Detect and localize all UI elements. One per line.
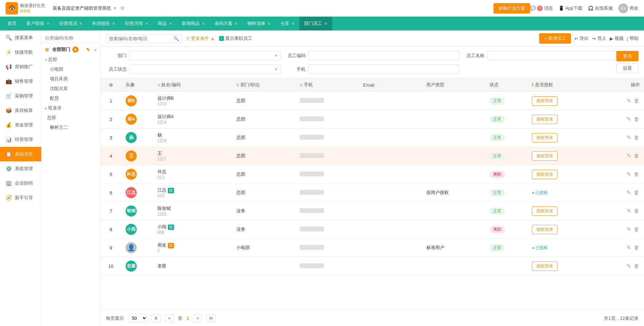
tab-profit[interactable]: 利润报告 ✕ [87, 17, 120, 30]
col-setting[interactable]: ⚙ [100, 78, 121, 92]
edit-btn[interactable]: ✎ [627, 171, 631, 177]
add-employee-button[interactable]: + 新增员工 [539, 33, 571, 44]
tab-process-close[interactable]: ✕ [145, 21, 148, 26]
tab-addgoods-close[interactable]: ✕ [202, 21, 205, 26]
sidebar-item-operation[interactable]: 📊 经营管理 [0, 132, 41, 147]
tree-collapse-icon[interactable]: « [94, 47, 97, 52]
sidebar-item-enterprise[interactable]: 🏢 企业协同 [0, 176, 41, 191]
tab-barcode-close[interactable]: ✕ [235, 21, 238, 26]
delete-btn[interactable]: 🗑 [634, 226, 639, 232]
next-page-btn[interactable]: > [193, 314, 202, 322]
tab-material[interactable]: 物料清单 ✕ [243, 17, 275, 30]
sidebar-item-finance[interactable]: 💰 资金管理 [0, 118, 41, 132]
sidebar-item-shortcut[interactable]: ⚡ 快捷导航 [0, 45, 41, 60]
tree-node-zongbu[interactable]: 总部 [42, 113, 100, 123]
col-name[interactable]: ⇅ 姓名/编码 [153, 78, 233, 92]
tab-home[interactable]: 首页 [3, 17, 21, 30]
tab-goods[interactable]: 商品 ✕ [153, 17, 177, 30]
system-dropdown-icon[interactable]: ▾ [114, 6, 116, 11]
trial-button[interactable]: 体验行业方案 [493, 3, 530, 14]
tree-child-peihuo[interactable]: 配货 [42, 94, 100, 103]
tab-warehouse-close[interactable]: ✕ [291, 21, 294, 26]
edit-btn[interactable]: ✎ [627, 153, 631, 159]
delete-btn[interactable]: 🗑 [634, 190, 639, 195]
auth-login-btn[interactable]: 授权登录 [532, 170, 557, 179]
status-select[interactable]: ▾ [129, 64, 281, 74]
sidebar-item-basic[interactable]: 📋 基础信息 [0, 147, 41, 161]
auth-login-btn[interactable]: 授权登录 [532, 115, 557, 124]
tab-economy-close[interactable]: ✕ [79, 21, 82, 26]
edit-btn[interactable]: ✎ [627, 134, 631, 141]
name-input[interactable] [487, 51, 638, 60]
tab-warehouse[interactable]: 仓库 ✕ [275, 17, 299, 30]
phone-input[interactable] [308, 64, 460, 74]
edit-btn[interactable]: ✎ [627, 245, 631, 251]
sidebar-item-sales[interactable]: 💼 销售管理 [0, 74, 41, 89]
sidebar-item-marketing[interactable]: 📢 营销推广 [0, 60, 41, 74]
query-button[interactable]: 查询 [616, 51, 638, 61]
first-page-btn[interactable]: K [152, 314, 161, 322]
delete-btn[interactable]: 🗑 [634, 98, 639, 104]
download-action[interactable]: 📱 App下载 [559, 5, 582, 11]
more-conditions-btn[interactable]: ▽ 更多条件 ▲ [186, 35, 215, 42]
tab-addgoods[interactable]: 新增商品 ✕ [177, 17, 210, 30]
tab-staff[interactable]: 部门员工 ✕ [299, 17, 332, 30]
show-resign-toggle[interactable]: ✓ 显示离职员工 [219, 35, 252, 42]
per-page-select[interactable]: 50 20 100 [128, 314, 147, 323]
col-phone[interactable]: ⇅ 手机 [296, 78, 359, 92]
delete-btn[interactable]: 🗑 [634, 245, 639, 250]
tree-child-buguwanger[interactable]: 槲树王二 [42, 123, 100, 132]
user-action[interactable]: Ea 用友 [618, 3, 638, 13]
tree-child-xiaodian[interactable]: 小电部 [42, 64, 100, 74]
prev-page-btn[interactable]: < [165, 314, 174, 322]
edit-btn[interactable]: ✎ [627, 116, 631, 122]
col-dept[interactable]: ⇅ 部门/职位 [232, 78, 296, 92]
dept-select[interactable]: ▾ [129, 51, 281, 60]
delete-btn[interactable]: 🗑 [634, 134, 639, 140]
search-input[interactable] [109, 36, 171, 41]
help-btn[interactable]: | 帮助 [627, 35, 638, 42]
tab-staff-close[interactable]: ✕ [324, 21, 327, 26]
tab-material-close[interactable]: ✕ [267, 21, 271, 26]
auth-info-icon[interactable]: ℹ [532, 82, 534, 87]
sidebar-item-guide[interactable]: 🧭 新手引导 [0, 191, 41, 205]
auth-login-btn[interactable]: 授权登录 [532, 262, 557, 271]
edit-btn[interactable]: ✎ [627, 98, 631, 104]
sidebar-item-system[interactable]: ⚙️ 系统管理 [0, 161, 41, 176]
edit-btn[interactable]: ✎ [627, 226, 631, 232]
sidebar-item-purchase[interactable]: 🛒 采购管理 [0, 89, 41, 103]
import-btn[interactable]: ↪ 导入 [592, 35, 606, 42]
auth-login-btn[interactable]: 授权登录 [532, 133, 557, 142]
export-btn[interactable]: ↩ 导出 [574, 35, 589, 42]
message-action[interactable]: 💬 5 消息 [530, 5, 553, 11]
service-action[interactable]: 🎧 在线客服 [588, 5, 613, 11]
edit-btn[interactable]: ✎ [627, 208, 631, 214]
delete-btn[interactable]: 🗑 [634, 263, 639, 269]
tree-edit-icon[interactable]: ✎ [86, 47, 90, 52]
auth-login-btn[interactable]: 授权登录 [532, 96, 557, 106]
delete-btn[interactable]: 🗑 [634, 153, 639, 159]
tree-node-shuanglongsi[interactable]: ▸ 双龙寺 [42, 103, 100, 113]
auth-login-btn[interactable]: 授权登录 [532, 151, 557, 161]
tab-customer-close[interactable]: ✕ [46, 21, 49, 26]
search-submit-icon[interactable]: 🔍 [173, 36, 179, 41]
tab-economy[interactable]: 经营情况 ✕ [54, 17, 87, 30]
delete-btn[interactable]: 🗑 [634, 116, 639, 122]
tab-profit-close[interactable]: ✕ [112, 21, 115, 26]
delete-btn[interactable]: 🗑 [634, 208, 639, 214]
edit-btn[interactable]: ✎ [627, 263, 631, 269]
sidebar-item-stock[interactable]: 📦 库存核算 [0, 103, 41, 118]
tab-process[interactable]: 经营历程 ✕ [120, 17, 153, 30]
code-input[interactable] [308, 51, 460, 60]
view-btn[interactable]: ▶ 视频 [610, 35, 624, 42]
last-page-btn[interactable]: H [206, 314, 216, 322]
set-button[interactable]: 设置 [616, 63, 638, 73]
auth-login-btn[interactable]: 授权登录 [532, 206, 557, 216]
tab-customer[interactable]: 客户联络 ✕ [21, 17, 54, 30]
edit-btn[interactable]: ✎ [627, 190, 631, 196]
tab-goods-close[interactable]: ✕ [169, 21, 172, 26]
tree-child-project[interactable]: 项目库房 [42, 74, 100, 84]
delete-btn[interactable]: 🗑 [634, 171, 639, 177]
tree-search-input[interactable] [45, 35, 100, 41]
tree-node-headquarters-parent[interactable]: ▾ 总部 [42, 55, 100, 64]
